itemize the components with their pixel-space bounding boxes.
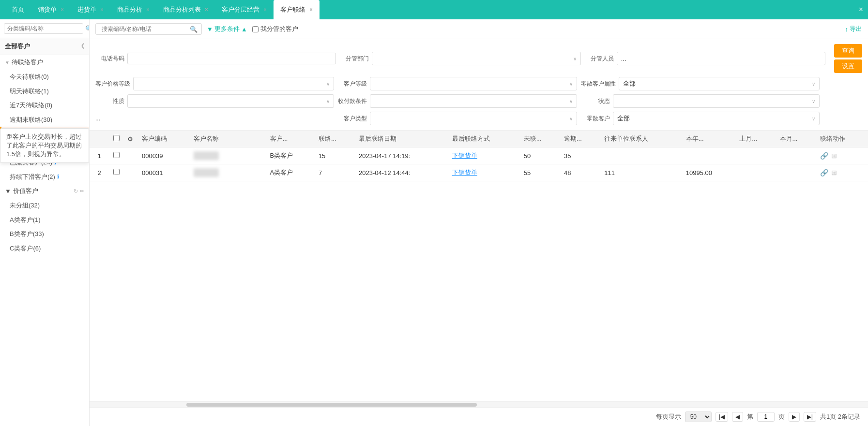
cell-last-date: 2023-04-17 14:19: <box>355 147 448 164</box>
filter-cust-type-select[interactable]: ∨ <box>370 112 577 125</box>
filter-scatter-attr-select[interactable]: 全部 ∨ <box>619 77 820 90</box>
last-method-link[interactable]: 下销货单 <box>452 152 477 159</box>
nav-tab-customer-tier[interactable]: 客户分层经营 × <box>215 0 274 19</box>
col-last-month: 上月... <box>735 131 776 147</box>
filter-cell-dept: 分管部门 ∨ <box>340 52 580 65</box>
cell-settings <box>123 164 138 181</box>
sidebar-item-declining[interactable]: 持续下滑客户(2) ℹ <box>0 170 89 184</box>
filter-manager-input[interactable]: ... <box>617 52 825 65</box>
sidebar-item-ungrouped[interactable]: 未分组(32) <box>0 198 89 213</box>
cell-check[interactable] <box>109 164 123 181</box>
last-page-btn[interactable]: ▶| <box>804 412 816 422</box>
export-button[interactable]: ↑ 导出 <box>845 25 863 33</box>
top-nav: 首页 销货单 × 进货单 × 商品分析 × 商品分析列表 × 客户分层经营 × … <box>0 0 868 19</box>
cell-overdue: 35 <box>560 147 600 164</box>
first-page-btn[interactable]: |◀ <box>716 412 728 422</box>
pending-contact-triangle: ▼ <box>5 60 10 65</box>
filter-nature-select[interactable]: ∨ <box>127 94 334 108</box>
select-all-checkbox[interactable] <box>113 135 120 141</box>
sidebar-search-icon[interactable]: 🔍 <box>85 25 90 32</box>
prev-page-btn[interactable]: ◀ <box>732 412 743 422</box>
close-tab-product-analysis[interactable]: × <box>146 6 150 13</box>
query-button[interactable]: 查询 <box>834 44 862 58</box>
set-button[interactable]: 设置 <box>834 59 862 73</box>
value-customer-group[interactable]: ▼ 价值客户 ↻ ✏ <box>0 184 89 198</box>
close-tab-sales[interactable]: × <box>61 6 64 13</box>
filter-cust-grade-select[interactable]: ∨ <box>370 77 577 90</box>
more-conditions-btn[interactable]: ▼ 更多条件 ▲ <box>207 25 247 33</box>
filter-dept-select[interactable]: ∨ <box>372 52 580 65</box>
filter-status-select[interactable]: ∨ <box>613 94 820 108</box>
value-customer-edit[interactable]: ✏ <box>80 188 84 194</box>
col-this-month: 本月... <box>776 131 816 147</box>
row-checkbox-1[interactable] <box>113 169 120 175</box>
tooltip-box: 距客户上次交易时长，超过了此客户的平均交易周期的1.5倍，则视为异常。 <box>0 128 89 163</box>
close-tab-purchase[interactable]: × <box>100 6 104 13</box>
close-tab-product-list[interactable]: × <box>205 6 208 13</box>
filter-payment-select[interactable]: ∨ <box>370 94 577 108</box>
action-grid-icon[interactable]: ⊞ <box>831 152 837 160</box>
cell-last-method[interactable]: 下销货单 <box>448 147 520 164</box>
action-grid-icon[interactable]: ⊞ <box>831 169 837 176</box>
sidebar-item-class-b[interactable]: B类客户(33) <box>0 227 89 241</box>
cell-actions: 🔗 ⊞ <box>816 147 868 164</box>
last-method-link[interactable]: 下销货单 <box>452 169 477 176</box>
cell-settings <box>123 147 138 164</box>
horizontal-scrollbar[interactable] <box>90 401 868 407</box>
nav-tab-purchase[interactable]: 进货单 × <box>71 0 110 19</box>
nav-tab-product-analysis[interactable]: 商品分析 × <box>110 0 156 19</box>
filter-more-expand[interactable]: ... <box>95 115 100 122</box>
cell-last-month <box>735 164 776 181</box>
cell-last-date: 2023-04-12 14:44: <box>355 164 448 181</box>
col-settings[interactable]: ⚙ <box>123 131 138 147</box>
sidebar-item-class-c[interactable]: C类客户(6) <box>0 241 89 256</box>
collapse-all-customers[interactable]: 《 <box>78 42 84 51</box>
page-label: 第 <box>747 412 753 421</box>
sidebar: 🔍 全部客户 《 ▼ 待联络客户 今天待联络(0) 明天待联络(1) 近7天待联… <box>0 19 90 426</box>
table-settings-icon[interactable]: ⚙ <box>127 135 133 143</box>
close-all-tabs[interactable]: × <box>859 5 863 14</box>
pending-contact-group[interactable]: ▼ 待联络客户 <box>0 55 89 70</box>
sidebar-item-today[interactable]: 今天待联络(0) <box>0 70 89 84</box>
close-tab-customer-contact[interactable]: × <box>309 6 313 13</box>
cell-last-method[interactable]: 下销货单 <box>448 164 520 181</box>
filter-price-grade-select[interactable]: ∨ <box>133 77 334 90</box>
scroll-thumb[interactable] <box>186 403 477 407</box>
cell-name: 客户名称 <box>190 164 266 181</box>
page-number-input[interactable] <box>757 412 775 422</box>
nav-tab-product-list[interactable]: 商品分析列表 × <box>156 0 215 19</box>
nav-tab-sales[interactable]: 销货单 × <box>31 0 71 19</box>
close-tab-customer-tier[interactable]: × <box>263 6 267 13</box>
col-not-contact: 未联... <box>520 131 560 147</box>
filter-cell-cust-type: 客户类型 ∨ <box>338 112 577 125</box>
filter-phone-input[interactable] <box>127 53 336 64</box>
cell-contact: 7 <box>315 164 355 181</box>
page-label2: 页 <box>778 412 785 421</box>
data-table-area: ⚙ 客户编码 客户名称 客户... 联络... 最后联络日期 最后联络方式 未联… <box>90 131 868 401</box>
total-label: 共1页 2条记录 <box>820 412 860 421</box>
row-checkbox-0[interactable] <box>113 152 120 158</box>
cell-num: 1 <box>90 147 109 164</box>
action-link-icon[interactable]: 🔗 <box>820 152 828 160</box>
nav-tab-customer-contact[interactable]: 客户联络 × <box>274 0 320 19</box>
my-customers-toggle[interactable]: 我分管的客户 <box>252 25 298 33</box>
sidebar-item-class-a[interactable]: A类客户(1) <box>0 213 89 227</box>
my-customers-checkbox[interactable] <box>252 26 259 32</box>
cell-check[interactable] <box>109 147 123 164</box>
value-customer-refresh[interactable]: ↻ <box>74 188 78 194</box>
cell-this-year: 10995.00 <box>682 164 736 181</box>
pagination-bar: 每页显示 50 20 100 |◀ ◀ 第 页 ▶ ▶| 共1页 2条记录 <box>90 407 868 426</box>
cell-name: 客户名称 <box>190 147 266 164</box>
per-page-select[interactable]: 50 20 100 <box>685 411 712 422</box>
sidebar-item-7days[interactable]: 近7天待联络(0) <box>0 98 89 113</box>
sidebar-search-input[interactable] <box>4 23 83 34</box>
sidebar-item-tomorrow[interactable]: 明天待联络(1) <box>0 84 89 99</box>
search-input[interactable] <box>100 24 190 34</box>
filter-scatter-cust-select[interactable]: 全部 ∨ <box>613 112 820 125</box>
nav-tab-home[interactable]: 首页 <box>5 0 31 19</box>
next-page-btn[interactable]: ▶ <box>789 412 800 422</box>
action-link-icon[interactable]: 🔗 <box>820 169 828 176</box>
value-customer-triangle: ▼ <box>5 188 11 195</box>
sidebar-item-overdue[interactable]: 逾期未联络(30) <box>0 113 89 127</box>
cell-contact: 15 <box>315 147 355 164</box>
